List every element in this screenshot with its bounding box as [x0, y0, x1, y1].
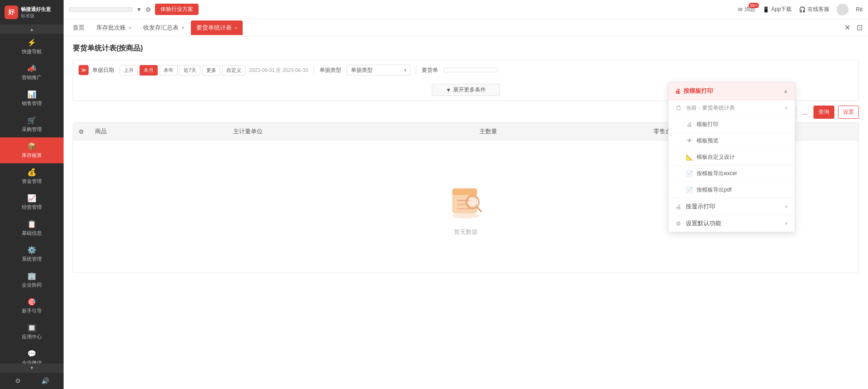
dropdown-item-display-print[interactable]: 🖨 按显示打印 ▼ [668, 198, 795, 215]
tab-close-window-btn[interactable]: ✕ [843, 23, 852, 32]
dropdown-item-template-pdf[interactable]: 📄 按模板导出pdf [668, 182, 795, 198]
sidebar-item-operation[interactable]: 📈 经营管理 [0, 189, 64, 215]
date-range-text: 2023-06-01 至 2023-06-30 [249, 67, 308, 74]
settings-btn[interactable]: 设置 [838, 106, 859, 119]
current-label-text: 当前：要货单统计表 [686, 104, 735, 112]
industry-btn[interactable]: 体验行业方案 [155, 4, 199, 15]
svg-line-8 [477, 207, 481, 212]
sidebar-scroll-up[interactable]: ▲ [0, 25, 64, 34]
sidebar-item-system[interactable]: ⚙️ 系统管理 [0, 241, 64, 267]
template-pdf-label: 按模板导出pdf [697, 186, 732, 194]
svg-rect-2 [452, 188, 477, 195]
display-print-arrow: ▼ [784, 204, 788, 209]
tab-order-stats-label: 要货单统计表 [196, 24, 232, 32]
filter-separator-1 [314, 66, 314, 75]
system-icon: ⚙️ [27, 246, 36, 254]
marketing-icon: 📣 [27, 64, 36, 73]
more-btn[interactable]: ... [800, 108, 810, 116]
template-preview-label: 模板预览 [697, 137, 718, 145]
tab-home[interactable]: 首页 [67, 20, 90, 35]
tab-order-stats[interactable]: 要货单统计表 × [191, 20, 243, 35]
sidebar: 好 畅捷通好生意 标准版 ▲ ⚡ 快捷导航 📣 营销推广 📊 销售管理 🛒 采购… [0, 0, 64, 389]
settings-icon[interactable]: ⚙ [15, 377, 21, 384]
dropdown-item-template-design[interactable]: 📐 模板自定义设计 [668, 149, 795, 166]
filter-expand-icon-btn[interactable]: ≫ [79, 65, 89, 75]
user-avatar[interactable] [837, 4, 848, 15]
dropdown-item-template-excel[interactable]: 📄 按模板导出excel [668, 166, 795, 182]
sidebar-item-guide[interactable]: 🎯 新手引导 [0, 293, 64, 319]
date-btn-7days[interactable]: 近7天 [180, 65, 200, 76]
tab-batch-account[interactable]: 库存批次账 × [91, 20, 137, 35]
sidebar-item-label: 快捷导航 [22, 48, 42, 55]
order-goods-input[interactable] [444, 68, 498, 72]
topbar-dropdown-btn[interactable]: ▼ [136, 6, 142, 13]
sidebar-item-label: 基础信息 [22, 230, 42, 237]
sidebar-bottom: ⚙ 🔊 [0, 372, 64, 389]
dropdown-popup-header: 🖨 按模板打印 ▲ [668, 82, 795, 100]
tab-receipt-summary-close[interactable]: × [181, 25, 184, 30]
default-func-label: 设置默认功能 [686, 219, 721, 227]
query-btn[interactable]: 查询 [813, 106, 834, 119]
dropdown-item-default-func[interactable]: ⚙ 设置默认功能 ▼ [668, 215, 795, 232]
dropdown-popup-print-icon: 🖨 [675, 88, 681, 95]
sidebar-item-basic[interactable]: 📋 基础信息 [0, 215, 64, 241]
dropdown-popup-up-btn[interactable]: ▲ [783, 88, 788, 94]
tab-order-stats-close[interactable]: × [234, 25, 237, 30]
sidebar-item-label: 企业协同 [22, 282, 42, 288]
app-download-label: App下载 [771, 5, 792, 13]
filter-expand-link[interactable]: ▼ 展开更多条件 [432, 84, 500, 96]
tabs-bar: 首页 库存批次账 × 收发存汇总表 × 要货单统计表 × ✕ ⊡ [64, 19, 868, 36]
th-goods: 商品 [90, 123, 228, 141]
svg-point-0 [452, 213, 479, 218]
sidebar-scroll-down[interactable]: ▼ [0, 364, 64, 372]
sidebar-item-apps[interactable]: 🔲 应用中心 [0, 319, 64, 345]
wechat-icon: 💬 [27, 349, 36, 358]
empty-text: 暂无数据 [454, 228, 478, 236]
th-settings[interactable]: ⚙ [73, 123, 90, 141]
topbar-gear-btn[interactable]: ⚙ [145, 6, 151, 13]
purchase-icon: 🛒 [27, 116, 36, 125]
order-goods-label: 要货单 [422, 66, 438, 74]
sidebar-item-wechat[interactable]: 💬 企业微信 [0, 345, 64, 364]
apps-icon: 🔲 [27, 323, 36, 332]
sidebar-item-purchase[interactable]: 🛒 采购管理 [0, 111, 64, 137]
sidebar-item-label: 应用中心 [22, 333, 42, 340]
expand-label: 展开更多条件 [453, 86, 486, 94]
filter-date-buttons: 上月 本月 本年 近7天 更多 自定义 2023-06-01 至 2023-06… [120, 65, 308, 76]
order-type-select[interactable]: 单据类型 [347, 65, 410, 76]
dropdown-item-template-print[interactable]: 🖨 模板打印 [668, 116, 795, 133]
app-download-btn[interactable]: 📱 App下载 [763, 5, 792, 13]
svg-rect-5 [457, 208, 470, 209]
th-unit: 主计量单位 [228, 123, 474, 141]
sidebar-item-inventory[interactable]: 📦 库存核算 [0, 137, 64, 163]
tab-maximize-btn[interactable]: ⊡ [855, 23, 864, 32]
date-btn-last-month[interactable]: 上月 [120, 65, 138, 76]
date-btn-custom[interactable]: 自定义 [222, 65, 245, 76]
corp-icon: 🏢 [27, 272, 36, 280]
date-btn-this-month[interactable]: 本月 [140, 65, 158, 76]
topbar-left: ▼ ⚙ 体验行业方案 [69, 4, 199, 15]
tab-receipt-summary[interactable]: 收发存汇总表 × [138, 20, 190, 35]
dropdown-item-template-preview[interactable]: 👁 模板预览 [668, 133, 795, 149]
message-badge: 99+ [748, 3, 759, 8]
username-label: Rit [856, 6, 863, 13]
sidebar-item-quick-nav[interactable]: ⚡ 快捷导航 [0, 34, 64, 60]
date-filter-label: 单据日期 [92, 66, 114, 74]
dropdown-current-item[interactable]: 🗒 当前：要货单统计表 ▼ [668, 100, 795, 116]
message-btn[interactable]: ✉ 消息 99+ [738, 5, 755, 13]
online-service-btn[interactable]: 🎧 在线客服 [799, 5, 829, 13]
svg-point-7 [469, 198, 477, 206]
sound-icon[interactable]: 🔊 [41, 377, 49, 384]
tab-batch-account-close[interactable]: × [129, 25, 131, 30]
template-design-icon: 📐 [686, 154, 693, 161]
sidebar-item-finance[interactable]: 💰 资金管理 [0, 163, 64, 189]
sidebar-item-marketing[interactable]: 📣 营销推广 [0, 60, 64, 86]
tab-home-label: 首页 [73, 24, 85, 32]
page-title: 要货单统计表(按商品) [73, 44, 859, 53]
date-btn-more[interactable]: 更多 [202, 65, 220, 76]
sidebar-item-sales[interactable]: 📊 销售管理 [0, 86, 64, 111]
date-btn-this-year[interactable]: 本年 [160, 65, 178, 76]
sidebar-item-corp[interactable]: 🏢 企业协同 [0, 267, 64, 293]
order-type-select-wrap: 单据类型 ▼ [347, 65, 410, 76]
quick-nav-icon: ⚡ [27, 38, 36, 47]
